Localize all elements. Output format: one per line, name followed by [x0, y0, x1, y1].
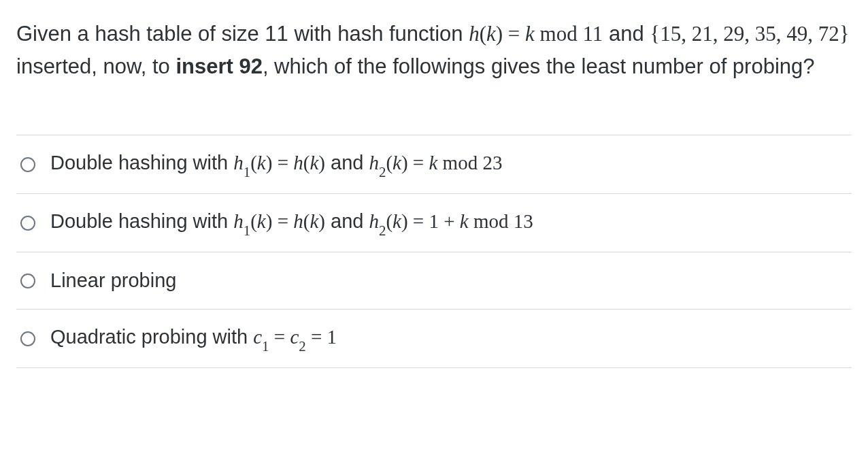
radio-icon: [20, 157, 35, 172]
option-quadratic[interactable]: Quadratic probing with c1 = c2 = 1: [16, 310, 852, 368]
opt3-pre: Quadratic probing with: [50, 326, 253, 348]
opt0-pre: Double hashing with: [50, 152, 233, 173]
q-bold: insert 92: [176, 54, 263, 78]
opt0-m1: h1(k) = h(k): [233, 152, 325, 173]
options-list: Double hashing with h1(k) = h(k) and h2(…: [16, 135, 852, 368]
radio-icon: [20, 216, 35, 231]
option-linear[interactable]: Linear probing: [16, 252, 852, 310]
option-label: Double hashing with h1(k) = h(k) and h2(…: [50, 149, 502, 180]
opt3-m1: c1 = c2 = 1: [253, 326, 337, 348]
q-math-hk: h(k) = k mod 11: [469, 22, 603, 46]
q-mid1: and: [603, 22, 650, 46]
radio-icon: [20, 331, 35, 346]
q-mid2: inserted, now, to: [16, 54, 176, 78]
opt1-mid: and: [325, 210, 369, 232]
radio-icon: [20, 274, 35, 288]
opt0-mid: and: [325, 152, 369, 173]
opt2-pre: Linear probing: [50, 269, 176, 291]
opt1-pre: Double hashing with: [50, 210, 233, 232]
option-label: Double hashing with h1(k) = h(k) and h2(…: [50, 208, 533, 238]
opt1-m2: h2(k) = 1 + k mod 13: [369, 210, 533, 232]
q-set: {15, 21, 29, 35, 49, 72}: [650, 22, 849, 46]
q-post: , which of the followings gives the leas…: [263, 54, 815, 78]
question-text: Given a hash table of size 11 with hash …: [16, 18, 852, 83]
opt0-m2: h2(k) = k mod 23: [369, 152, 502, 173]
option-double-hash-13[interactable]: Double hashing with h1(k) = h(k) and h2(…: [16, 194, 852, 252]
q-pre: Given a hash table of size 11 with hash …: [16, 22, 469, 46]
option-double-hash-23[interactable]: Double hashing with h1(k) = h(k) and h2(…: [16, 135, 852, 194]
option-label: Linear probing: [50, 267, 176, 295]
option-label: Quadratic probing with c1 = c2 = 1: [50, 323, 337, 354]
opt1-m1: h1(k) = h(k): [233, 210, 325, 232]
